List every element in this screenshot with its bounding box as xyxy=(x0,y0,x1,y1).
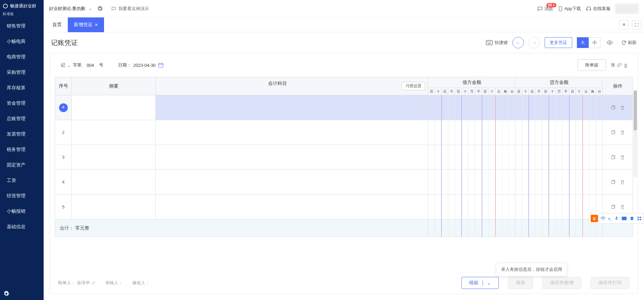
scroll-thumb[interactable] xyxy=(634,90,637,131)
digest-cell[interactable] xyxy=(72,145,156,170)
digest-cell[interactable] xyxy=(72,195,156,219)
debit-cell[interactable] xyxy=(428,195,515,219)
view-button[interactable] xyxy=(605,38,614,47)
calendar-button[interactable] xyxy=(158,62,164,68)
shortcut-button[interactable]: 快捷键 xyxy=(486,40,508,46)
table-row[interactable]: + xyxy=(55,95,633,120)
debit-cell[interactable] xyxy=(428,145,515,170)
scrollbar[interactable] xyxy=(634,90,637,178)
row-seq: 3 xyxy=(55,145,72,170)
nav-item-ecommerce[interactable]: 电商管理 xyxy=(0,49,44,65)
th-account: 会计科目 习惯设置 xyxy=(156,77,428,95)
messages-button[interactable]: 消息 99 + xyxy=(537,6,553,12)
template-button[interactable]: 模板 ⌄ xyxy=(461,277,499,289)
copy-row-button[interactable] xyxy=(610,204,616,210)
add-row-button[interactable]: + xyxy=(59,103,68,112)
nav-item-business[interactable]: 经营管理 xyxy=(0,188,44,204)
nav-item-salary[interactable]: 工资 xyxy=(0,173,44,188)
settings-button[interactable] xyxy=(97,6,103,12)
debit-cell[interactable] xyxy=(428,120,515,145)
nav-item-xceshop[interactable]: 小畅电商 xyxy=(0,34,44,49)
nav-item-gl[interactable]: 总账管理 xyxy=(0,111,44,127)
fullscreen-button[interactable] xyxy=(632,20,641,30)
nav-item-invoice[interactable]: 发票管理 xyxy=(0,127,44,142)
prev-button[interactable]: ← xyxy=(512,37,524,48)
account-cell[interactable] xyxy=(156,195,428,219)
nav-item-expense[interactable]: 小畅报销 xyxy=(0,204,44,219)
sidebar-settings[interactable] xyxy=(0,287,44,300)
size-small[interactable]: 小 xyxy=(589,37,600,48)
account-cell[interactable] xyxy=(156,145,428,170)
headset-icon xyxy=(586,6,592,12)
table-row[interactable]: 3 xyxy=(55,145,633,170)
copy-row-button[interactable] xyxy=(610,130,616,135)
ime-lang[interactable]: 中 xyxy=(601,215,606,222)
attach-button[interactable]: 附单据 xyxy=(578,59,606,71)
tab-home[interactable]: 首页 xyxy=(46,17,68,32)
delete-row-button[interactable] xyxy=(620,204,625,210)
voucher-head: 记 ⌄ 字第 号 日期： 2023-04-30 附单据 xyxy=(50,53,638,77)
habit-settings-button[interactable]: 习惯设置 xyxy=(402,82,425,90)
account-cell[interactable] xyxy=(156,95,428,120)
tab-close-all[interactable]: ✕ xyxy=(619,20,629,30)
edit-icon[interactable] xyxy=(91,281,96,285)
attach-count[interactable]: 0 xyxy=(625,63,627,68)
close-icon[interactable]: ✕ xyxy=(95,22,98,27)
ime-menu-icon[interactable] xyxy=(637,216,642,221)
ime-mic-icon[interactable] xyxy=(614,216,619,221)
service-button[interactable]: 在线客服 xyxy=(586,6,610,12)
demo-label: 我要看实例演示 xyxy=(118,6,149,12)
delete-row-button[interactable] xyxy=(620,130,625,135)
delete-row-button[interactable] xyxy=(620,155,625,160)
row-seq: 5 xyxy=(55,195,72,219)
table-row[interactable]: 5 xyxy=(55,195,633,219)
table-row[interactable]: 4 xyxy=(55,170,633,195)
tab-new-voucher[interactable]: 新增凭证 ✕ xyxy=(68,17,104,32)
delete-row-button[interactable] xyxy=(620,180,625,185)
nav-item-funds[interactable]: 资金管理 xyxy=(0,96,44,111)
copy-row-button[interactable] xyxy=(610,105,616,110)
credit-cell[interactable] xyxy=(515,95,603,120)
date-value[interactable]: 2023-04-30 xyxy=(133,63,156,68)
demo-link[interactable]: 我要看实例演示 xyxy=(111,6,149,12)
nav-item-basic[interactable]: 基础信息 xyxy=(0,219,44,235)
credit-cell[interactable] xyxy=(515,120,603,145)
message-icon xyxy=(537,6,543,12)
nav-item-sales[interactable]: 销售管理 xyxy=(0,18,44,34)
copy-row-button[interactable] xyxy=(610,180,616,185)
ime-toolbar[interactable]: S 中 •, xyxy=(588,213,644,224)
refresh-button[interactable]: 刷新 xyxy=(621,40,637,46)
voucher-number-input[interactable] xyxy=(84,63,97,68)
nav-item-purchase[interactable]: 采购管理 xyxy=(0,65,44,80)
shortcut-label: 快捷键 xyxy=(495,40,508,46)
credit-cell[interactable] xyxy=(515,170,603,195)
more-vouchers-button[interactable]: 更多凭证 xyxy=(545,37,572,48)
next-button[interactable]: → xyxy=(529,37,540,48)
digest-input[interactable] xyxy=(75,97,152,117)
copy-row-button[interactable] xyxy=(610,155,616,160)
nav-item-tax[interactable]: 税务管理 xyxy=(0,142,44,157)
svg-rect-3 xyxy=(158,63,163,67)
table-row[interactable]: 2 xyxy=(55,120,633,145)
account-cell[interactable] xyxy=(156,170,428,195)
digest-cell[interactable] xyxy=(72,120,156,145)
delete-row-button[interactable] xyxy=(620,105,625,110)
avatar[interactable] xyxy=(615,4,639,14)
account-cell[interactable] xyxy=(156,120,428,145)
trash-icon xyxy=(620,155,625,160)
digest-cell[interactable] xyxy=(72,170,156,195)
org-selector[interactable]: 好业财测试-量勿删 ⌄ xyxy=(49,6,92,12)
ime-punct-icon[interactable]: •, xyxy=(608,216,611,221)
voucher-type-select[interactable]: ⌄ xyxy=(67,63,71,68)
app-download-button[interactable]: App下载 xyxy=(558,6,581,12)
nav-item-inventory[interactable]: 库存核算 xyxy=(0,80,44,96)
ime-skin-icon[interactable] xyxy=(630,216,634,221)
debit-cell[interactable] xyxy=(428,170,515,195)
size-big[interactable]: 大 xyxy=(577,37,589,48)
ime-keyboard-icon[interactable] xyxy=(622,216,627,221)
credit-cell[interactable] xyxy=(515,145,603,170)
digest-cell[interactable] xyxy=(72,95,156,120)
voucher-table-wrap: 序号 摘要 会计科目 习惯设置 借方金额 贷方金额 操作 xyxy=(50,77,638,272)
nav-item-asset[interactable]: 固定资产 xyxy=(0,157,44,173)
debit-cell[interactable] xyxy=(428,95,515,120)
